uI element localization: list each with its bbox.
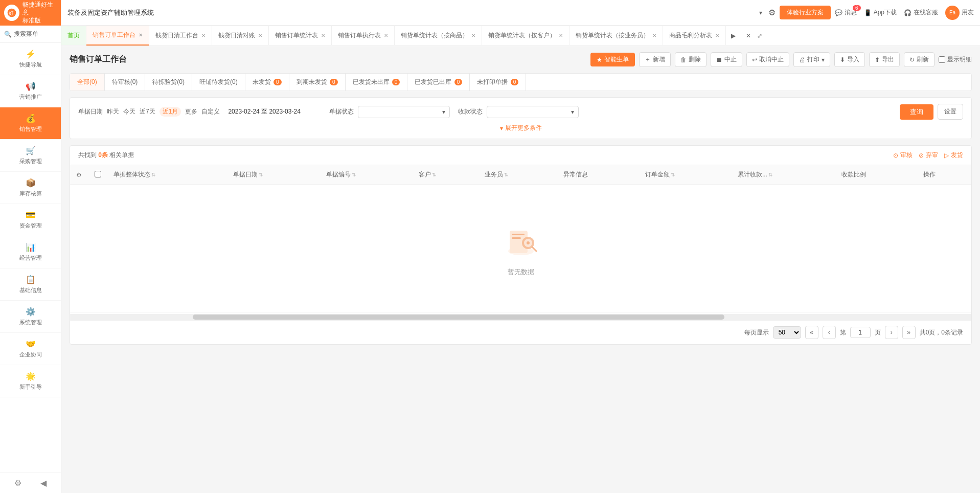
sub-tab-unprinted[interactable]: 未打印单据 0 [470, 74, 526, 91]
sidebar-item-finance[interactable]: 💳 资金管理 [0, 204, 61, 236]
add-btn[interactable]: ＋ 新增 [639, 52, 671, 67]
sidebar-search[interactable]: 🔍 搜索菜单 [0, 26, 61, 43]
sidebar-item-guide[interactable]: 🌟 新手引导 [0, 365, 61, 397]
tab-more-btn[interactable]: ▶ [726, 28, 741, 43]
sub-tab-shipped-not-out[interactable]: 已发货未出库 0 [346, 74, 408, 91]
tab-sales-exec[interactable]: 销售订单执行表 ✕ [332, 26, 395, 45]
export-btn[interactable]: ⬆ 导出 [869, 52, 900, 67]
batch-ship-btn[interactable]: ▷ 发货 [944, 151, 963, 160]
show-detail-input[interactable] [939, 56, 945, 63]
tab-sales-customer-close[interactable]: ✕ [559, 33, 563, 38]
setting-btn[interactable]: 设置 [938, 104, 963, 120]
tab-sales-product-close[interactable]: ✕ [471, 33, 475, 38]
payment-dropdown-icon: ▾ [571, 108, 574, 116]
sub-tab-all[interactable]: 全部(0) [70, 74, 105, 91]
sort-collected[interactable]: 累计收款... ⇅ [738, 170, 830, 179]
tab-product-margin[interactable]: 商品毛利分析表 ✕ [663, 26, 726, 45]
select-all-checkbox[interactable] [95, 171, 101, 177]
tab-sales-stats-label: 销售订单统计表 [275, 31, 318, 40]
sub-tab-shipped-out[interactable]: 已发货已出库 0 [407, 74, 470, 91]
column-settings-icon[interactable]: ⚙ [76, 171, 82, 178]
tab-product-margin-close[interactable]: ✕ [715, 33, 719, 38]
sub-tab-pending-review[interactable]: 待审核(0) [105, 74, 146, 91]
date-opt-more[interactable]: 更多 [185, 107, 197, 116]
last-page-btn[interactable]: » [902, 326, 916, 339]
scrollbar-thumb[interactable] [193, 315, 724, 320]
tab-sales-staff[interactable]: 销货单统计表（按业务员） ✕ [569, 26, 663, 45]
batch-review-btn[interactable]: ⊙ 审核 [893, 151, 913, 160]
user-btn[interactable]: Ea 用友 [945, 6, 974, 20]
page-input[interactable] [850, 327, 871, 338]
delete-btn[interactable]: 🗑 删除 [675, 52, 706, 67]
th-ratio: 收款比例 [835, 165, 917, 185]
print-btn[interactable]: 🖨 打印 ▾ [793, 52, 830, 67]
tab-sales-staff-close[interactable]: ✕ [652, 33, 656, 38]
tab-sales-exec-close[interactable]: ✕ [384, 33, 388, 38]
industry-btn[interactable]: 体验行业方案 [780, 6, 831, 19]
sort-status[interactable]: 单据整体状态 ⇅ [113, 170, 221, 179]
cancel-stop-btn[interactable]: ↩ 取消中止 [746, 52, 789, 67]
date-opt-yesterday[interactable]: 昨天 [107, 107, 119, 116]
print-icon: 🖨 [799, 56, 805, 63]
inventory-icon: 📦 [26, 178, 36, 188]
smart-create-btn[interactable]: ★ 智能生单 [590, 53, 635, 66]
messages-btn[interactable]: 💬 消息 6 [835, 8, 857, 17]
tab-home[interactable]: 首页 [61, 26, 86, 45]
tab-cash-daily-close[interactable]: ✕ [201, 33, 206, 38]
sidebar-item-operations[interactable]: 📊 经营管理 [0, 236, 61, 268]
sidebar-item-quick-nav[interactable]: ⚡ 快捷导航 [0, 43, 61, 75]
refresh-btn[interactable]: ↻ 刷新 [904, 52, 935, 67]
sidebar-item-corp[interactable]: 🤝 企业协同 [0, 333, 61, 365]
sub-tab-expired[interactable]: 到期未发货 0 [289, 74, 346, 91]
refresh-icon: ↻ [909, 56, 915, 63]
sub-tab-unshipped[interactable]: 未发货 0 [245, 74, 289, 91]
tab-close-all-icon[interactable]: ✕ [744, 30, 753, 41]
batch-revoke-btn[interactable]: ⊘ 弃审 [919, 151, 938, 160]
sort-number[interactable]: 单据编号 ⇅ [326, 170, 406, 179]
sidebar-item-purchase[interactable]: 🛒 采购管理 [0, 140, 61, 172]
first-page-btn[interactable]: « [805, 326, 818, 339]
sidebar-item-marketing[interactable]: 📢 营销推广 [0, 75, 61, 107]
sort-customer[interactable]: 客户 ⇅ [419, 170, 472, 179]
date-opt-7days[interactable]: 近7天 [140, 107, 155, 116]
import-btn[interactable]: ⬇ 导入 [834, 52, 865, 67]
stop-btn[interactable]: ⏹ 中止 [711, 52, 742, 67]
horizontal-scrollbar[interactable] [70, 314, 971, 320]
dropdown-icon[interactable]: ▾ [759, 9, 762, 16]
collapse-icon[interactable]: ◀ [40, 478, 47, 488]
sidebar-item-system[interactable]: ⚙️ 系统管理 [0, 301, 61, 333]
tab-cash-daily[interactable]: 钱货日清工作台 ✕ [149, 26, 212, 45]
show-detail-checkbox[interactable]: 显示明细 [939, 55, 972, 64]
online-service-btn[interactable]: 🎧 在线客服 [904, 8, 938, 17]
sidebar-item-sales[interactable]: 💰 销售管理 [0, 107, 61, 140]
sort-amount[interactable]: 订单金额 ⇅ [645, 170, 725, 179]
settings-icon[interactable]: ⚙ [14, 478, 21, 488]
expand-btn[interactable]: ▾ 展开更多条件 [500, 124, 542, 132]
app-download-btn[interactable]: 📱 App下载 [864, 8, 897, 17]
date-opt-today[interactable]: 今天 [123, 107, 135, 116]
date-opt-custom[interactable]: 自定义 [201, 107, 220, 116]
tab-sales-order-workbench-close[interactable]: ✕ [139, 32, 143, 38]
sub-tab-pending-inspect[interactable]: 待拣验货(0) [145, 74, 192, 91]
tab-sales-customer[interactable]: 销货单统计表（按客户） ✕ [482, 26, 569, 45]
status-select[interactable]: ▾ [358, 106, 450, 118]
tab-sales-order-workbench[interactable]: 销售订单工作台 ✕ [86, 26, 149, 46]
sidebar-item-basic-info[interactable]: 📋 基础信息 [0, 268, 61, 301]
query-btn[interactable]: 查询 [900, 104, 933, 120]
payment-select[interactable]: ▾ [487, 106, 579, 118]
tab-sales-stats-close[interactable]: ✕ [321, 33, 325, 38]
prev-page-btn[interactable]: ‹ [823, 326, 836, 339]
sort-date[interactable]: 单据日期 ⇅ [233, 170, 313, 179]
per-page-select[interactable]: 50 10 20 100 [773, 326, 801, 339]
gear-icon[interactable]: ⚙ [768, 8, 776, 17]
tab-sales-product[interactable]: 销货单统计表（按商品） ✕ [395, 26, 482, 45]
tab-sales-stats[interactable]: 销售订单统计表 ✕ [269, 26, 332, 45]
tab-cash-reconcile[interactable]: 钱货日清对账 ✕ [212, 26, 269, 45]
sort-staff[interactable]: 业务员 ⇅ [485, 170, 552, 179]
next-page-btn[interactable]: › [885, 326, 898, 339]
sub-tab-wangpu[interactable]: 旺铺待发货(0) [192, 74, 245, 91]
sidebar-item-inventory[interactable]: 📦 库存核算 [0, 172, 61, 204]
tab-cash-reconcile-close[interactable]: ✕ [258, 33, 262, 38]
date-opt-1month[interactable]: 近1月 [159, 107, 181, 117]
tab-expand-icon[interactable]: ⤢ [755, 30, 764, 41]
